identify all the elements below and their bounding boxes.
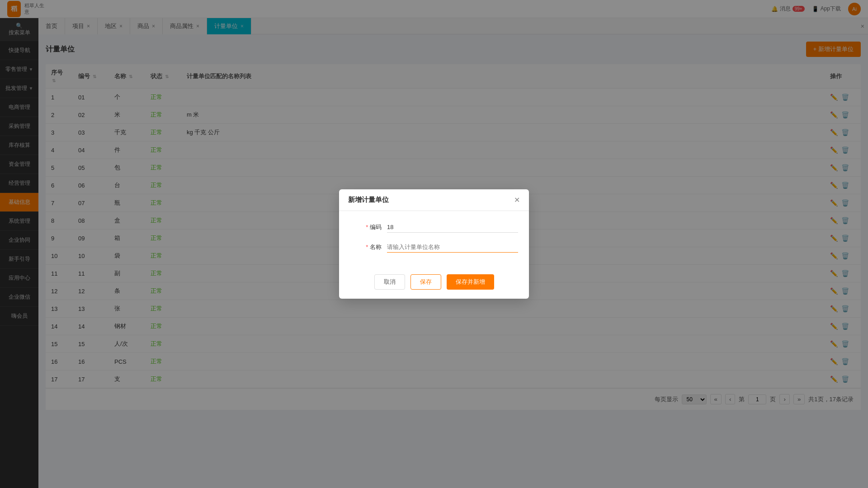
cancel-button[interactable]: 取消 — [374, 274, 405, 290]
modal-close-btn[interactable]: ✕ — [514, 196, 520, 204]
save-button[interactable]: 保存 — [410, 274, 441, 290]
modal-footer: 取消 保存 保存并新增 — [339, 269, 529, 299]
modal-header: 新增计量单位 ✕ — [339, 189, 529, 211]
modal-body: 编码 名称 — [339, 211, 529, 269]
form-row-code: 编码 — [350, 222, 518, 233]
name-input[interactable] — [387, 242, 518, 253]
code-input[interactable] — [387, 222, 518, 233]
form-label-name: 名称 — [350, 243, 382, 251]
modal-overlay: 新增计量单位 ✕ 编码 名称 取消 保存 保存并新增 — [0, 0, 868, 488]
modal-title: 新增计量单位 — [348, 196, 389, 204]
form-label-code: 编码 — [350, 223, 382, 231]
add-unit-modal: 新增计量单位 ✕ 编码 名称 取消 保存 保存并新增 — [339, 189, 529, 299]
form-row-name: 名称 — [350, 242, 518, 253]
save-new-button[interactable]: 保存并新增 — [447, 274, 494, 290]
